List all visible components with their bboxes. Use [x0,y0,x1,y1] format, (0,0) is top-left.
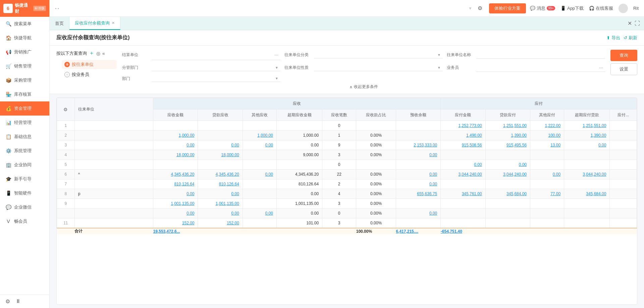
sidebar-item-inventory[interactable]: 🏪 库存核算 [0,87,49,101]
ap-other[interactable]: 1,222.00 [530,121,564,131]
ar-other[interactable]: 0.00 [243,209,276,218]
dept-select[interactable]: ▼ [152,64,280,71]
refresh-button[interactable]: ↺ 刷新 [624,35,637,41]
tab-arbal[interactable]: 应收应付余额查询 ✕ [69,17,120,30]
ap-overdue[interactable] [564,209,610,218]
ap-amount[interactable]: 345,761.00 [441,189,485,199]
ar-amount[interactable] [153,160,198,170]
tab-close-icon[interactable]: ✕ [112,21,115,25]
ap-amount[interactable] [441,150,485,160]
setting-button[interactable]: 设置 [610,63,637,75]
ap-amount[interactable] [441,179,485,189]
ar-loan[interactable]: 18,000.00 [198,150,243,160]
ap-overdue[interactable]: 3,044,240.00 [564,170,610,179]
ap-amount[interactable]: 1,490.00 [441,131,485,140]
ar-advance[interactable]: 0.00 [396,209,440,218]
settlement-input[interactable] [154,51,274,58]
ar-amount[interactable]: 0.00 [153,140,198,150]
export-button[interactable]: ⬆ 导出 [606,35,620,41]
ap-overdue[interactable] [564,160,610,170]
ar-loan[interactable]: 4,345,436.20 [198,170,243,179]
ap-amount[interactable] [441,209,485,218]
query-button[interactable]: 查询 [610,50,637,61]
ar-other[interactable] [243,218,276,228]
ap-loan[interactable] [485,150,530,160]
ap-loan[interactable] [485,179,530,189]
ar-other[interactable]: 0.00 [243,170,276,179]
ap-other[interactable] [530,199,564,209]
ar-loan[interactable]: 0.00 [198,189,243,199]
scheme-add-icon[interactable]: ＋ [89,50,94,57]
sidebar-settings-icon[interactable]: ⚙ [5,298,10,305]
sidebar-item-hardware[interactable]: 📱 智能硬件 [0,186,49,200]
ap-other[interactable] [530,209,564,218]
sidebar-item-basicinfo[interactable]: 📋 基础信息 [0,130,49,144]
ar-advance[interactable] [396,160,440,170]
ar-loan[interactable]: 152.00 [198,218,243,228]
ar-amount[interactable]: 152.00 [153,218,198,228]
category-select[interactable]: ▼ [314,52,443,58]
sidebar-item-weixin[interactable]: 💬 企业微信 [0,200,49,214]
filter-option-unit[interactable]: ⊕ 按往来单位 [62,60,117,69]
ap-loan[interactable]: 915,495.56 [485,140,530,150]
ap-overdue[interactable]: 1,251,551.00 [564,121,610,131]
ar-other[interactable] [243,189,276,199]
footer-ap-amount[interactable]: -654,751.40 [441,228,485,234]
ap-overdue[interactable]: 345,684.00 [564,189,610,199]
scheme-collapse-icon[interactable]: « [102,51,105,56]
ap-overdue[interactable] [564,199,610,209]
ap-loan[interactable]: 1,390.00 [485,131,530,140]
ap-loan[interactable]: 345,684.00 [485,189,530,199]
tabbar-expand-icon[interactable]: ⛶ [635,20,640,27]
ar-advance[interactable]: 0.00 [396,170,440,179]
sidebar-item-system[interactable]: ⚙️ 系统管理 [0,144,49,158]
ar-advance[interactable]: 2,153,333.00 [396,140,440,150]
ap-amount[interactable]: 915,508.56 [441,140,485,150]
ar-advance[interactable] [396,218,440,228]
ap-overdue[interactable] [564,150,610,160]
table-settings-icon[interactable]: ⚙ [63,107,68,112]
salesperson-ellipsis[interactable]: ··· [599,65,603,70]
subdept-select[interactable]: ▼ [152,75,280,82]
ar-loan[interactable] [198,131,243,140]
sidebar-item-operations[interactable]: 📊 经营管理 [0,116,49,130]
ap-loan[interactable] [485,209,530,218]
ar-amount[interactable]: 810,126.64 [153,179,198,189]
scheme-setting-icon[interactable]: ◎ [96,51,100,56]
ap-amount[interactable]: 3,044,240.00 [441,170,485,179]
topbar-message[interactable]: 💬 消息 99+ [530,5,555,11]
sidebar-item-finance[interactable]: 💰 资金管理 [0,101,49,116]
ap-overdue[interactable]: 1,390.00 [564,131,610,140]
ar-advance[interactable]: 0.00 [396,179,440,189]
ar-other[interactable]: 1,000.00 [243,131,276,140]
ap-other[interactable]: 77.00 [530,189,564,199]
ar-other[interactable]: 0.00 [243,140,276,150]
ap-other[interactable]: 0.00 [530,170,564,179]
ar-other[interactable] [243,179,276,189]
sidebar-collapse-icon[interactable]: ⏸ [15,298,21,305]
ar-amount[interactable]: 4,345,436.20 [153,170,198,179]
sidebar-item-nav[interactable]: 🏠 快捷导航 [0,31,49,45]
ar-amount[interactable] [153,121,198,131]
sidebar-item-collab[interactable]: 🏢 企业协同 [0,158,49,172]
ap-loan[interactable]: 0.00 [485,160,530,170]
tabbar-close-icon[interactable]: ✕ [628,20,632,27]
ap-overdue[interactable] [564,218,610,228]
sidebar-item-guide[interactable]: 🎓 新手引导 [0,172,49,186]
ar-other[interactable] [243,199,276,209]
ap-other[interactable] [530,179,564,189]
ar-advance[interactable]: 655,636.75 [396,189,440,199]
ar-loan[interactable]: 810,126.64 [198,179,243,189]
ap-overdue[interactable]: 0.00 [564,140,610,150]
ap-other[interactable]: 13.00 [530,140,564,150]
ap-amount[interactable] [441,199,485,209]
ap-other[interactable] [530,150,564,160]
ap-other[interactable] [530,160,564,170]
ar-loan[interactable] [198,121,243,131]
nature-select[interactable]: ▼ [314,64,443,71]
footer-ar-advance[interactable]: 6,417,215.... [396,228,440,234]
ap-loan[interactable] [485,199,530,209]
ar-advance[interactable]: 0.00 [396,150,440,160]
sidebar-item-purchase[interactable]: 📦 采购管理 [0,73,49,87]
topbar-service[interactable]: 🎧 在线客服 [589,5,613,11]
